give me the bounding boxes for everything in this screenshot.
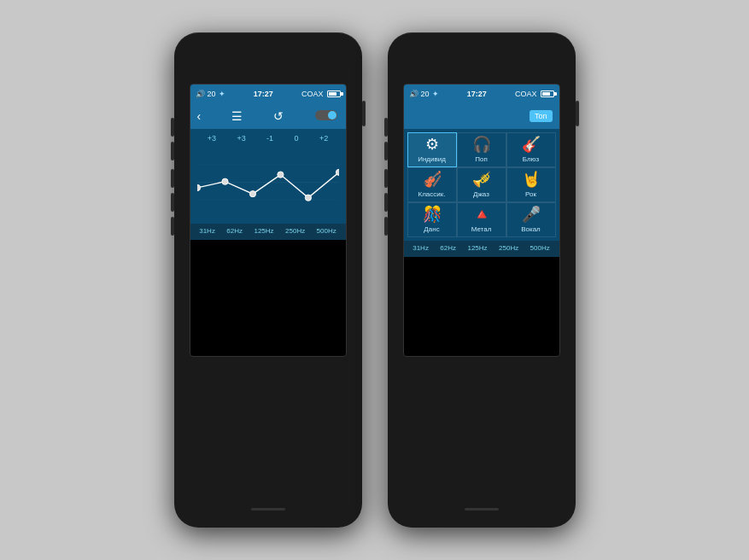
toggle-icon[interactable] xyxy=(315,109,339,124)
device-bottom-left xyxy=(251,508,285,510)
preset-dance-icon: 🎊 xyxy=(423,207,442,222)
preset-blues-icon: 🎸 xyxy=(522,137,541,152)
preset-blues-label: Блюз xyxy=(523,155,540,163)
preset-metal-label: Метал xyxy=(471,225,492,233)
left-screen: 🔊 20 ✦ 17:27 COAX ‹ ☰ ↺ xyxy=(190,84,347,357)
device-bottom-right xyxy=(465,508,499,510)
preset-vocal[interactable]: 🎤 Вокал xyxy=(506,202,556,237)
preset-classic[interactable]: 🎻 Классик. xyxy=(407,167,457,202)
preset-classic-label: Классик. xyxy=(418,190,446,198)
play-button[interactable] xyxy=(171,193,174,212)
svg-point-6 xyxy=(221,178,227,184)
freq-r-5: 500Hz xyxy=(530,244,550,252)
eq-values: +3 +3 -1 0 +2 xyxy=(190,129,346,144)
preset-classic-icon: 🎻 xyxy=(423,172,442,187)
eq-settings-icon[interactable]: ☰ xyxy=(231,109,243,123)
svg-point-1 xyxy=(328,111,336,120)
volume-down-button[interactable] xyxy=(171,142,174,160)
status-bar-right: 🔊 20 ✦ 17:27 COAX xyxy=(404,85,559,103)
source-label-left: COAX xyxy=(301,90,324,98)
status-left: 🔊 20 ✦ xyxy=(196,90,225,98)
preset-pop[interactable]: 🎧 Поп xyxy=(457,132,506,167)
refresh-icon[interactable]: ↺ xyxy=(273,109,284,123)
freq-r-3: 125Hz xyxy=(467,244,487,252)
eq-chart xyxy=(197,148,339,220)
prev-button-right[interactable] xyxy=(384,169,388,188)
preset-grid: ⚙ Индивид 🎧 Поп 🎸 Блюз 🎻 Классик. � xyxy=(404,129,559,241)
status-right-right: COAX xyxy=(515,90,554,98)
volume-value-right: 20 xyxy=(421,90,430,98)
freq-4: 250Hz xyxy=(285,227,305,235)
next-button[interactable] xyxy=(171,217,174,236)
power-button-right[interactable] xyxy=(576,101,579,126)
back-icon[interactable]: ‹ xyxy=(197,109,202,123)
battery-fill-left xyxy=(329,92,337,96)
eq-val-4: 0 xyxy=(295,134,299,143)
prev-button[interactable] xyxy=(171,169,174,188)
source-label-right: COAX xyxy=(515,90,537,98)
preset-individual-icon: ⚙ xyxy=(425,137,439,152)
eq-val-5: +2 xyxy=(319,134,328,143)
freq-5: 500Hz xyxy=(317,227,336,235)
preset-rock-label: Рок xyxy=(525,190,536,198)
volume-icon: 🔊 xyxy=(196,90,205,98)
volume-value: 20 xyxy=(208,90,216,98)
eq-frequencies-left: 31Hz 62Hz 125Hz 250Hz 500Hz xyxy=(190,224,346,240)
eq-toolbar: ‹ ☰ ↺ xyxy=(190,103,346,129)
freq-r-1: 31Hz xyxy=(413,244,429,252)
volume-up-button[interactable] xyxy=(171,118,174,137)
freq-3: 125Hz xyxy=(254,227,273,235)
preset-vocal-icon: 🎤 xyxy=(522,207,541,222)
eq-val-1: +3 xyxy=(208,134,216,143)
freq-r-2: 62Hz xyxy=(440,244,456,252)
bluetooth-icon-right: ✦ xyxy=(432,90,439,98)
status-right-left: COAX xyxy=(301,90,341,98)
battery-fill-right xyxy=(542,92,551,96)
preset-pop-label: Поп xyxy=(475,155,488,163)
time-display-right: 17:27 xyxy=(467,90,487,98)
battery-icon-right xyxy=(541,90,554,97)
preset-metal[interactable]: 🔺 Метал xyxy=(457,202,506,237)
preset-screen: Ton ⚙ Индивид 🎧 Поп 🎸 Блюз xyxy=(404,103,559,257)
right-screen: 🔊 20 ✦ 17:27 COAX Ton ⚙ xyxy=(403,84,560,357)
preset-individual[interactable]: ⚙ Индивид xyxy=(407,132,457,167)
active-preset-indicator: Ton xyxy=(530,110,553,122)
volume-down-button-right[interactable] xyxy=(384,142,388,160)
bluetooth-icon: ✦ xyxy=(219,90,225,98)
preset-jazz-icon: 🎺 xyxy=(472,172,491,187)
preset-dance-label: Данс xyxy=(424,225,439,233)
preset-individual-label: Индивид xyxy=(418,155,446,163)
svg-point-10 xyxy=(336,169,339,175)
svg-point-8 xyxy=(277,172,283,178)
status-left-right: 🔊 20 ✦ xyxy=(409,90,439,98)
device-left: 🔊 20 ✦ 17:27 COAX ‹ ☰ ↺ xyxy=(174,32,362,528)
eq-curve-svg xyxy=(197,148,339,217)
preset-rock-icon: 🤘 xyxy=(522,172,541,187)
eq-screen: ‹ ☰ ↺ +3 +3 -1 0 +2 xyxy=(190,103,346,240)
preset-rock[interactable]: 🤘 Рок xyxy=(506,167,556,202)
play-button-right[interactable] xyxy=(384,193,388,212)
preset-jazz[interactable]: 🎺 Джаз xyxy=(457,167,506,202)
next-button-right[interactable] xyxy=(384,217,388,236)
time-display-left: 17:27 xyxy=(254,90,273,98)
eq-val-3: -1 xyxy=(266,134,273,143)
preset-jazz-label: Джаз xyxy=(473,190,489,198)
volume-icon-right: 🔊 xyxy=(409,90,418,98)
device-right: 🔊 20 ✦ 17:27 COAX Ton ⚙ xyxy=(388,32,576,528)
status-bar-left: 🔊 20 ✦ 17:27 COAX xyxy=(190,85,346,103)
preset-blues[interactable]: 🎸 Блюз xyxy=(506,132,556,167)
preset-top-bar: Ton xyxy=(404,103,559,129)
svg-point-7 xyxy=(249,191,255,197)
volume-up-button-right[interactable] xyxy=(384,118,388,137)
preset-dance[interactable]: 🎊 Данс xyxy=(407,202,457,237)
freq-2: 62Hz xyxy=(226,227,243,235)
power-button[interactable] xyxy=(362,101,366,126)
svg-point-9 xyxy=(305,195,311,201)
preset-metal-icon: 🔺 xyxy=(472,207,491,222)
svg-point-5 xyxy=(197,184,201,190)
eq-frequencies-right: 31Hz 62Hz 125Hz 250Hz 500Hz xyxy=(404,241,559,257)
freq-r-4: 250Hz xyxy=(499,244,518,252)
preset-vocal-label: Вокал xyxy=(521,225,541,233)
eq-val-2: +3 xyxy=(237,134,245,143)
battery-icon-left xyxy=(327,90,341,97)
